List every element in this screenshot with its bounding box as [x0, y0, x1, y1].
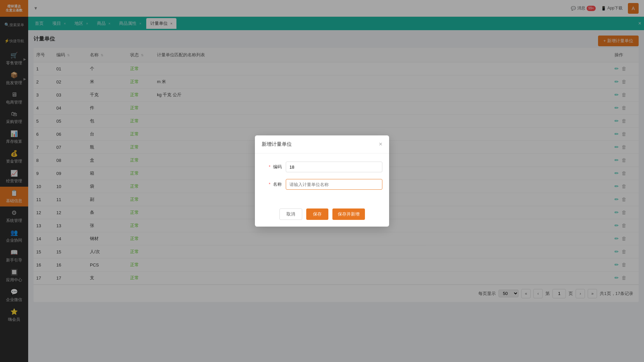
modal-footer: 取消 保存 保存并新增 — [255, 204, 389, 227]
save-button[interactable]: 保存 — [306, 208, 328, 220]
required-mark: * — [269, 164, 270, 169]
cancel-button[interactable]: 取消 — [279, 208, 302, 220]
save-new-button[interactable]: 保存并新增 — [332, 208, 365, 220]
modal-body: * 编码 * 名称 — [255, 154, 389, 204]
code-label: * 编码 — [262, 164, 282, 170]
required-mark: * — [269, 182, 270, 187]
modal-close-btn[interactable]: × — [379, 141, 382, 148]
name-label: * 名称 — [262, 181, 282, 187]
modal-title: 新增计量单位 — [262, 141, 292, 147]
add-unit-modal: 新增计量单位 × * 编码 * 名称 取消 保存 保存并新增 — [255, 135, 389, 227]
name-input[interactable] — [286, 179, 382, 190]
name-label-text: 名称 — [273, 182, 282, 187]
form-row-code: * 编码 — [262, 162, 382, 172]
code-input[interactable] — [286, 162, 382, 172]
modal-header: 新增计量单位 × — [255, 135, 389, 154]
modal-overlay: 新增计量单位 × * 编码 * 名称 取消 保存 保存并新增 — [0, 0, 644, 362]
form-row-name: * 名称 — [262, 179, 382, 190]
code-label-text: 编码 — [273, 164, 282, 169]
